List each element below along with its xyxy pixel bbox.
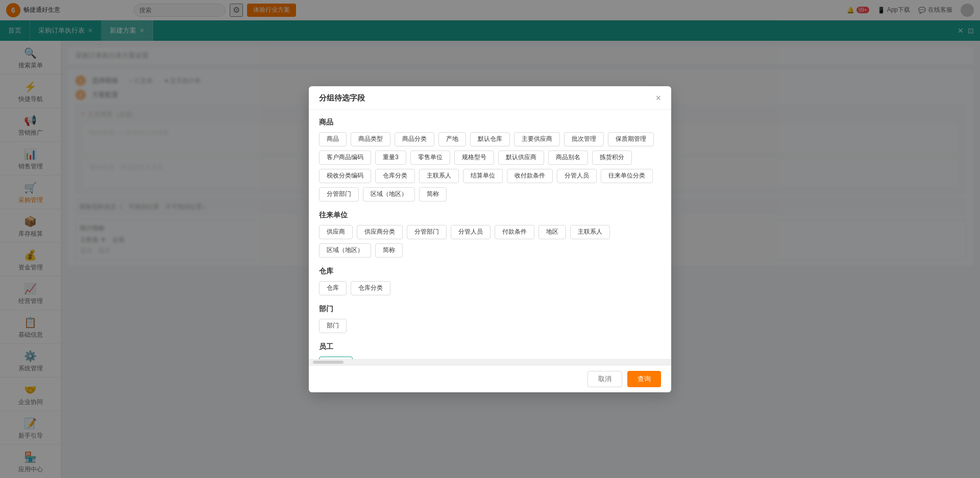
field-tag-product-3[interactable]: 产地 (438, 132, 466, 146)
section-employee: 员工 业务员 (319, 342, 661, 359)
modal-body: 商品 商品 商品类型 商品分类 产地 默认仓库 主要供应商 批次管理 保质期管理… (309, 110, 671, 359)
modal-overlay: 分组待选字段 × 商品 商品 商品类型 商品分类 产地 默认仓库 主要供应商 批… (0, 0, 980, 478)
field-tag-partner-8[interactable]: 简称 (375, 243, 403, 258)
field-tag-partner-1[interactable]: 供应商分类 (357, 225, 403, 239)
section-warehouse: 仓库 仓库 仓库分类 (319, 267, 661, 295)
field-tag-product-22[interactable]: 分管部门 (319, 187, 359, 202)
field-tag-product-13[interactable]: 商品别名 (548, 150, 588, 165)
field-tag-department-0[interactable]: 部门 (319, 319, 347, 333)
field-tag-product-14[interactable]: 拣货积分 (592, 150, 632, 165)
modal-field-selector: 分组待选字段 × 商品 商品 商品类型 商品分类 产地 默认仓库 主要供应商 批… (309, 86, 671, 392)
section-department-tags: 部门 (319, 319, 661, 333)
field-tag-product-16[interactable]: 仓库分类 (375, 169, 415, 183)
field-tag-product-0[interactable]: 商品 (319, 132, 347, 146)
field-tag-partner-0[interactable]: 供应商 (319, 225, 353, 239)
confirm-button[interactable]: 查询 (627, 371, 661, 387)
field-tag-partner-7[interactable]: 区域（地区） (319, 243, 371, 258)
field-tag-product-2[interactable]: 商品分类 (395, 132, 434, 146)
field-tag-product-11[interactable]: 规格型号 (454, 150, 494, 165)
section-employee-title: 员工 (319, 342, 661, 351)
modal-horizontal-scrollbar[interactable] (309, 359, 671, 365)
field-tag-warehouse-1[interactable]: 仓库分类 (351, 281, 390, 295)
section-partner-title: 往来单位 (319, 211, 661, 220)
field-tag-product-9[interactable]: 重量3 (375, 150, 406, 165)
field-tag-product-8[interactable]: 客户商品编码 (319, 150, 371, 165)
field-tag-partner-3[interactable]: 分管人员 (451, 225, 491, 239)
field-tag-product-19[interactable]: 收付款条件 (507, 169, 553, 183)
modal-title: 分组待选字段 (319, 93, 365, 103)
field-tag-warehouse-0[interactable]: 仓库 (319, 281, 347, 295)
modal-hscroll-thumb[interactable] (313, 361, 344, 364)
field-tag-product-17[interactable]: 主联系人 (419, 169, 459, 183)
section-warehouse-tags: 仓库 仓库分类 (319, 281, 661, 295)
field-tag-product-23[interactable]: 区域（地区） (363, 187, 415, 202)
section-warehouse-title: 仓库 (319, 267, 661, 276)
field-tag-product-4[interactable]: 默认仓库 (470, 132, 510, 146)
field-tag-partner-5[interactable]: 地区 (538, 225, 566, 239)
field-tag-product-15[interactable]: 税收分类编码 (319, 169, 371, 183)
section-product-title: 商品 (319, 118, 661, 127)
field-tag-product-1[interactable]: 商品类型 (351, 132, 390, 146)
section-partner: 往来单位 供应商 供应商分类 分管部门 分管人员 付款条件 地区 主联系人 区域… (319, 211, 661, 258)
field-tag-product-6[interactable]: 批次管理 (564, 132, 604, 146)
section-partner-tags: 供应商 供应商分类 分管部门 分管人员 付款条件 地区 主联系人 区域（地区） … (319, 225, 661, 258)
field-tag-product-5[interactable]: 主要供应商 (514, 132, 560, 146)
section-product: 商品 商品 商品类型 商品分类 产地 默认仓库 主要供应商 批次管理 保质期管理… (319, 118, 661, 202)
field-tag-product-18[interactable]: 结算单位 (463, 169, 503, 183)
field-tag-product-7[interactable]: 保质期管理 (608, 132, 654, 146)
section-department: 部门 部门 (319, 305, 661, 333)
field-tag-product-21[interactable]: 往来单位分类 (601, 169, 653, 183)
field-tag-product-24[interactable]: 简称 (419, 187, 447, 202)
field-tag-partner-2[interactable]: 分管部门 (407, 225, 447, 239)
field-tag-partner-6[interactable]: 主联系人 (570, 225, 610, 239)
modal-footer: 取消 查询 (309, 365, 671, 392)
field-tag-product-20[interactable]: 分管人员 (557, 169, 597, 183)
modal-header: 分组待选字段 × (309, 86, 671, 110)
modal-close-button[interactable]: × (655, 93, 661, 103)
field-tag-partner-4[interactable]: 付款条件 (495, 225, 534, 239)
field-tag-product-12[interactable]: 默认供应商 (498, 150, 544, 165)
field-tag-product-10[interactable]: 零售单位 (410, 150, 450, 165)
section-product-tags: 商品 商品类型 商品分类 产地 默认仓库 主要供应商 批次管理 保质期管理 客户… (319, 132, 661, 202)
cancel-button[interactable]: 取消 (587, 371, 622, 387)
section-department-title: 部门 (319, 305, 661, 314)
